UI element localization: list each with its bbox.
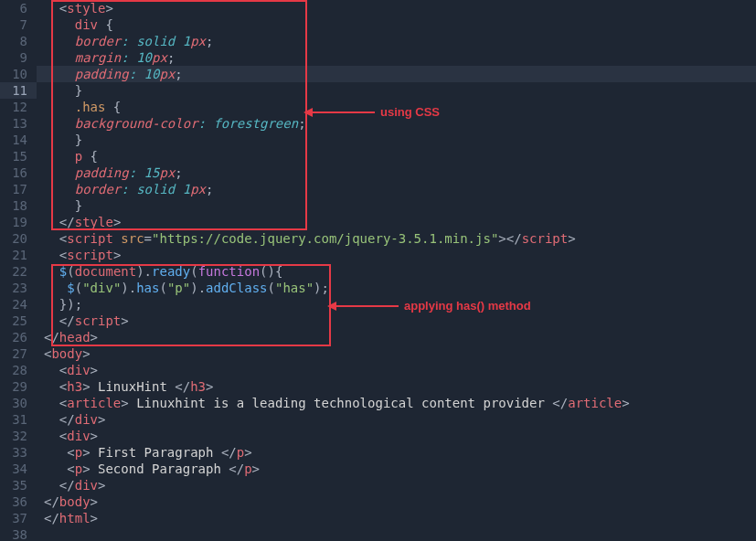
code-line: }); (37, 296, 756, 313)
line-number: 16 (0, 164, 37, 181)
line-number: 13 (0, 115, 37, 132)
line-number: 37 (0, 510, 37, 526)
code-line: .has { (37, 99, 756, 115)
line-number: 25 (0, 313, 37, 329)
code-line: <p> First Paragraph </p> (37, 444, 756, 461)
line-number: 36 (0, 493, 37, 510)
code-line: <style> (37, 0, 756, 16)
line-number: 6 (0, 0, 37, 16)
code-line: <script src="https://code.jquery.com/jqu… (37, 230, 756, 247)
line-number: 34 (0, 461, 37, 477)
code-line: </html> (37, 510, 756, 526)
line-number: 24 (0, 296, 37, 313)
line-number: 33 (0, 444, 37, 461)
line-number: 21 (0, 247, 37, 263)
code-line: </body> (37, 493, 756, 510)
code-line: border: solid 1px; (37, 181, 756, 197)
code-line: <script> (37, 247, 756, 263)
code-line: <div> (37, 362, 756, 378)
code-line: <article> Linuxhint is a leading technol… (37, 395, 756, 411)
line-number: 19 (0, 214, 37, 230)
code-line: } (37, 82, 756, 99)
line-number: 29 (0, 378, 37, 395)
line-number: 9 (0, 49, 37, 66)
line-number: 23 (0, 280, 37, 296)
line-number: 12 (0, 99, 37, 115)
code-line: margin: 10px; (37, 49, 756, 66)
line-number: 10 (0, 66, 37, 82)
line-number: 35 (0, 477, 37, 493)
line-number: 20 (0, 230, 37, 247)
line-number: 17 (0, 181, 37, 197)
code-line: <h3> LinuxHint </h3> (37, 378, 756, 395)
code-line: <div> (37, 428, 756, 444)
code-line: div { (37, 16, 756, 33)
line-number: 14 (0, 132, 37, 148)
line-gutter: 6789101112131415161718192021222324252627… (0, 0, 37, 541)
code-line-active: padding: 10px; (37, 66, 756, 82)
code-line: } (37, 132, 756, 148)
code-line: </head> (37, 329, 756, 345)
code-line: </div> (37, 411, 756, 428)
code-line: $(document).ready(function(){ (37, 263, 756, 280)
code-line: $("div").has("p").addClass("has"); (37, 280, 756, 296)
line-number: 38 (0, 526, 37, 541)
line-number: 7 (0, 16, 37, 33)
code-line: } (37, 197, 756, 214)
code-line: </div> (37, 477, 756, 493)
code-line: </style> (37, 214, 756, 230)
line-number: 31 (0, 411, 37, 428)
code-line: p { (37, 148, 756, 164)
line-number: 27 (0, 345, 37, 362)
code-line: <p> Second Paragraph </p> (37, 461, 756, 477)
line-number: 11 (0, 82, 37, 99)
code-line: background-color: forestgreen; (37, 115, 756, 132)
code-line: </script> (37, 313, 756, 329)
code-editor: 6789101112131415161718192021222324252627… (0, 0, 756, 541)
line-number: 30 (0, 395, 37, 411)
line-number: 15 (0, 148, 37, 164)
code-area[interactable]: <style> div { border: solid 1px; margin:… (37, 0, 756, 541)
line-number: 26 (0, 329, 37, 345)
line-number: 22 (0, 263, 37, 280)
code-line: border: solid 1px; (37, 33, 756, 49)
line-number: 8 (0, 33, 37, 49)
line-number: 18 (0, 197, 37, 214)
line-number: 32 (0, 428, 37, 444)
code-line: padding: 15px; (37, 164, 756, 181)
line-number: 28 (0, 362, 37, 378)
code-line: <body> (37, 345, 756, 362)
